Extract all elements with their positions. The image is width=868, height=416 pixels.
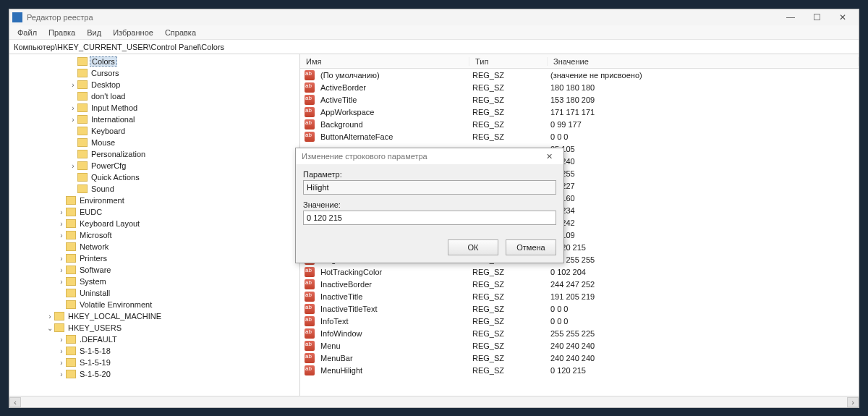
horizontal-scrollbar[interactable]: ‹ ›: [9, 396, 859, 407]
tree-item[interactable]: ›Desktop: [9, 79, 299, 90]
tree-item[interactable]: ›.DEFAULT: [9, 334, 299, 345]
value-row[interactable]: AppWorkspaceREG_SZ171 171 171: [300, 106, 859, 118]
expand-icon[interactable]: ›: [57, 232, 66, 239]
value-type: REG_SZ: [469, 354, 548, 362]
tree-item[interactable]: ›Software: [9, 264, 299, 276]
tree-item[interactable]: Sound: [9, 183, 299, 195]
dialog-close-icon[interactable]: ✕: [540, 152, 558, 161]
scroll-left-icon[interactable]: ‹: [9, 397, 21, 407]
tree-item[interactable]: Volatile Environment: [9, 299, 299, 310]
col-name[interactable]: Имя: [300, 57, 469, 66]
tree-item[interactable]: ›S-1-5-18: [9, 345, 299, 357]
tree-item[interactable]: Uninstall: [9, 287, 299, 299]
tree-item[interactable]: ⌄HKEY_USERS: [9, 322, 299, 334]
expand-icon[interactable]: ›: [57, 336, 66, 344]
tree-item[interactable]: Quick Actions: [9, 171, 299, 183]
value-name: AppWorkspace: [318, 108, 469, 116]
tree-item[interactable]: ›EUDC: [9, 206, 299, 218]
tree-item[interactable]: ›Input Method: [9, 102, 299, 114]
tree-item[interactable]: ›Keyboard Layout: [9, 218, 299, 229]
value-type: REG_SZ: [469, 366, 548, 375]
expand-icon[interactable]: ⌄: [46, 324, 54, 332]
tree-item-label: Colors: [90, 56, 117, 67]
minimize-button[interactable]: —: [778, 11, 804, 24]
cancel-button[interactable]: Отмена: [506, 239, 556, 255]
folder-icon: [77, 80, 88, 89]
value-row[interactable]: InfoWindowREG_SZ255 255 225: [300, 327, 859, 339]
tree-item[interactable]: ›Printers: [9, 252, 299, 264]
expand-icon[interactable]: ›: [57, 208, 66, 216]
tree-item[interactable]: ›System: [9, 276, 299, 287]
tree-item[interactable]: don't load: [9, 90, 299, 102]
tree-item[interactable]: Environment: [9, 195, 299, 206]
expand-icon[interactable]: ›: [57, 278, 66, 286]
value-name: ButtonAlternateFace: [318, 132, 469, 141]
maximize-button[interactable]: ☐: [804, 11, 830, 24]
tree-item[interactable]: ›HKEY_LOCAL_MACHINE: [9, 310, 299, 322]
expand-icon[interactable]: ›: [57, 266, 66, 274]
list-header[interactable]: Имя Тип Значение: [300, 54, 859, 69]
menu-view[interactable]: Вид: [82, 27, 106, 38]
value-row[interactable]: InfoTextREG_SZ0 0 0: [300, 315, 859, 327]
expand-icon[interactable]: ›: [69, 116, 77, 124]
value-name: HotTrackingColor: [318, 268, 469, 276]
expand-icon[interactable]: ›: [69, 81, 77, 89]
col-type[interactable]: Тип: [469, 57, 548, 66]
value-row[interactable]: ButtonAlternateFaceREG_SZ0 0 0: [300, 130, 859, 143]
value-row[interactable]: InactiveBorderREG_SZ244 247 252: [300, 278, 859, 290]
scroll-right-icon[interactable]: ›: [847, 397, 859, 407]
string-value-icon: [305, 328, 315, 339]
expand-icon[interactable]: ›: [46, 313, 54, 321]
value-row[interactable]: MenuHilightREG_SZ0 120 215: [300, 364, 859, 376]
address-bar[interactable]: Компьютер\HKEY_CURRENT_USER\Control Pane…: [9, 40, 859, 54]
tree-item[interactable]: ›PowerCfg: [9, 160, 299, 171]
value-data: 191 205 219: [548, 292, 859, 301]
value-row[interactable]: MenuREG_SZ240 240 240: [300, 339, 859, 352]
tree-item[interactable]: Cursors: [9, 67, 299, 79]
tree-item-label: S-1-5-20: [78, 370, 112, 378]
tree-item[interactable]: Personalization: [9, 148, 299, 160]
value-row[interactable]: (По умолчанию)REG_SZ(значение не присвое…: [300, 69, 859, 81]
tree-item[interactable]: Network: [9, 241, 299, 252]
value-type: REG_SZ: [469, 317, 548, 326]
tree-item[interactable]: ›Microsoft: [9, 229, 299, 241]
close-button[interactable]: ✕: [830, 11, 856, 24]
value-row[interactable]: ActiveTitleREG_SZ153 180 209: [300, 93, 859, 106]
tree-item[interactable]: Colors: [9, 56, 299, 67]
expand-icon[interactable]: ›: [57, 220, 66, 228]
tree-item[interactable]: Keyboard: [9, 125, 299, 137]
scroll-track[interactable]: [21, 397, 847, 407]
string-value-icon: [305, 292, 315, 302]
tree-item[interactable]: Mouse: [9, 137, 299, 148]
col-value[interactable]: Значение: [548, 57, 859, 66]
value-data: 0 120 215: [548, 366, 859, 375]
value-name: Background: [318, 120, 469, 129]
value-row[interactable]: HotTrackingColorREG_SZ0 102 204: [300, 266, 859, 278]
expand-icon[interactable]: ›: [57, 359, 66, 367]
value-input[interactable]: [303, 211, 556, 225]
expand-icon[interactable]: ›: [69, 104, 77, 112]
expand-icon[interactable]: ›: [69, 162, 77, 170]
tree-pane[interactable]: ColorsCursors›Desktopdon't load›Input Me…: [9, 54, 300, 396]
dialog-titlebar[interactable]: Изменение строкового параметра ✕: [296, 148, 563, 164]
expand-icon[interactable]: ›: [57, 347, 66, 355]
ok-button[interactable]: ОК: [448, 239, 498, 255]
menu-help[interactable]: Справка: [160, 27, 201, 38]
value-data: 180 180 180: [548, 83, 859, 92]
expand-icon[interactable]: ›: [57, 255, 66, 263]
tree-item[interactable]: ›S-1-5-19: [9, 357, 299, 368]
menu-file[interactable]: Файл: [12, 27, 42, 38]
value-row[interactable]: InactiveTitleTextREG_SZ0 0 0: [300, 302, 859, 315]
value-row[interactable]: ActiveBorderREG_SZ180 180 180: [300, 81, 859, 93]
value-row[interactable]: MenuBarREG_SZ240 240 240: [300, 352, 859, 364]
titlebar[interactable]: Редактор реестра — ☐ ✕: [9, 9, 859, 25]
tree-item[interactable]: ›S-1-5-20: [9, 368, 299, 380]
menu-edit[interactable]: Правка: [43, 27, 80, 38]
menu-favorites[interactable]: Избранное: [108, 27, 158, 38]
string-value-icon: [305, 353, 315, 363]
expand-icon[interactable]: ›: [57, 370, 66, 378]
value-row[interactable]: InactiveTitleREG_SZ191 205 219: [300, 290, 859, 302]
value-data: 0 99 177: [548, 120, 859, 129]
tree-item[interactable]: ›International: [9, 114, 299, 125]
value-row[interactable]: BackgroundREG_SZ0 99 177: [300, 118, 859, 130]
